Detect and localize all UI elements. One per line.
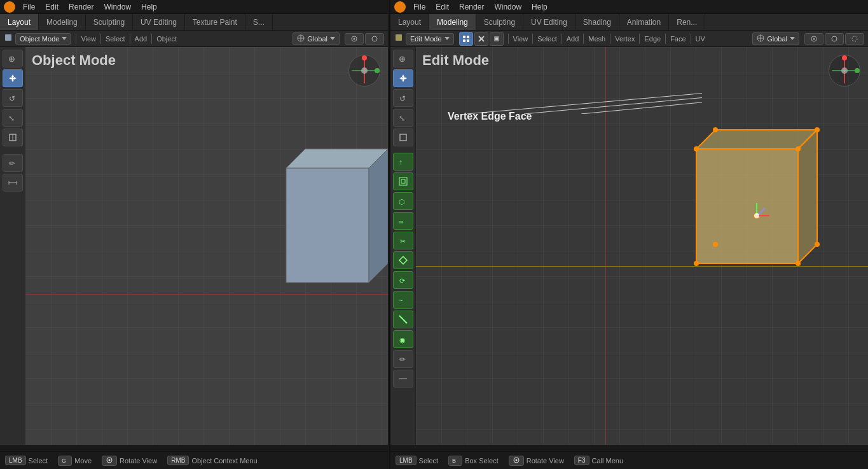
menu-edit-left[interactable]: Edit [43,1,61,13]
menu-window-right[interactable]: Window [492,1,524,13]
scale-tool-right[interactable]: ⤡ [393,109,413,127]
menu-window-left[interactable]: Window [101,1,134,13]
measure-tool-right[interactable] [393,370,413,388]
poly-build-tool-right[interactable] [393,251,413,269]
vertex-select-btn[interactable] [459,32,473,46]
status-rotate-label-right: Rotate View [527,457,564,465]
toolbar-view-left[interactable]: View [81,35,96,43]
toolbar-sep-2 [100,34,101,44]
measure-tool-left[interactable] [3,174,23,192]
tab-layout-right[interactable]: Layout [390,14,429,30]
menu-render-right[interactable]: Render [457,1,486,13]
toolbar-uv-right[interactable]: UV [696,35,705,43]
svg-point-47 [361,67,368,74]
shrink-fatten-tool-right[interactable]: ◉ [393,330,413,348]
move-tool-left[interactable] [3,69,23,87]
inset-tool-right[interactable] [393,172,413,190]
transform-tool-left[interactable] [3,129,23,146]
menu-file-right[interactable]: File [411,1,428,13]
mode-select-right[interactable]: Edit Mode [406,33,454,45]
move-tool-right[interactable] [393,69,413,87]
svg-point-78 [796,146,801,151]
cursor-tool-right[interactable]: ⊕ [393,50,413,67]
tab-uv-editing-right[interactable]: UV Editing [523,14,575,30]
toolbar-edge-right[interactable]: Edge [644,35,661,43]
rotate-tool-right[interactable]: ↺ [393,89,413,107]
menu-help-left[interactable]: Help [139,1,160,13]
snap-btn-left[interactable] [345,33,364,45]
xray-btn-right[interactable] [845,33,864,45]
svg-rect-12 [463,39,465,42]
cursor-tool-left[interactable]: ⊕ [3,50,23,67]
svg-rect-10 [463,36,465,38]
toolbar-select-right[interactable]: Select [537,35,557,43]
svg-point-7 [354,38,355,39]
annotate-tool-right[interactable]: ✏ [393,350,413,368]
mode-select-left[interactable]: Object Mode [15,33,71,45]
nav-gizmo-right[interactable] [829,55,860,87]
toolbar-object-left[interactable]: Object [156,35,177,43]
svg-point-79 [694,261,699,266]
viewport-left[interactable]: ⊕ ↺ ⤡ ✏ Object [0,47,388,445]
menu-file-left[interactable]: File [20,1,38,13]
transform-select-right[interactable]: Global [752,32,799,45]
smooth-tool-right[interactable]: ~ [393,291,413,309]
cube-object-mode [273,130,369,257]
edge-slide-tool-right[interactable] [393,311,413,328]
toolbar-select-left[interactable]: Select [106,35,125,43]
nav-gizmo-left[interactable] [348,55,380,87]
toolbar-add-right[interactable]: Add [567,35,579,43]
tab-uv-editing-left[interactable]: UV Editing [133,14,185,30]
spin-tool-right[interactable]: ⟳ [393,271,413,289]
transform-select-left[interactable]: Global [293,32,340,45]
annotate-tool-left[interactable]: ✏ [3,154,23,172]
tab-modeling-left[interactable]: Modeling [39,14,86,30]
svg-text:G: G [62,458,66,463]
svg-point-84 [815,242,820,247]
tab-more-left[interactable]: S... [245,14,273,30]
svg-marker-75 [696,130,817,149]
svg-text:✏: ✏ [9,159,15,168]
mode-dropdown-icon-right [444,37,450,40]
extrude-tool-right[interactable]: ↑ [393,153,413,171]
svg-rect-60 [401,179,405,183]
blender-logo-right [394,1,406,13]
transform-tool-right[interactable] [393,129,413,146]
loop-cut-tool-right[interactable]: ∞ [393,212,413,230]
svg-point-1 [397,4,403,10]
tab-layout-left[interactable]: Layout [0,14,39,30]
menu-help-right[interactable]: Help [529,1,550,13]
proportional-btn-left[interactable] [365,33,384,45]
face-select-btn[interactable] [490,32,504,46]
toolbar-vertex-right[interactable]: Vertex [615,35,635,43]
menu-render-left[interactable]: Render [66,1,96,13]
toolbar-add-left[interactable]: Add [135,35,148,43]
viewport-right[interactable]: ⊕ ↺ ⤡ ↑ ⬡ [390,47,868,445]
tab-sculpting-right[interactable]: Sculpting [476,14,523,30]
toolbar-sep-right-3 [561,34,562,44]
tab-sculpting-left[interactable]: Sculpting [86,14,133,30]
toolbar-mesh-right[interactable]: Mesh [588,35,605,43]
tab-more-right[interactable]: Ren... [669,14,705,30]
rotate-tool-left[interactable]: ↺ [3,89,23,107]
tab-texture-paint-left[interactable]: Texture Paint [185,14,245,30]
scale-tool-left[interactable]: ⤡ [3,109,23,127]
tab-shading-right[interactable]: Shading [575,14,619,30]
snap-btn-right[interactable] [804,33,823,45]
svg-text:⤡: ⤡ [8,114,15,123]
status-call-menu-label-right: Call Menu [592,457,624,465]
tab-animation-right[interactable]: Animation [619,14,669,30]
toolbar-view-right[interactable]: View [513,35,528,43]
menu-edit-right[interactable]: Edit [433,1,451,13]
status-bar-left: LMB Select G Move Rotate View RMB Object… [0,451,388,469]
bevel-tool-right[interactable]: ⬡ [393,192,413,210]
mode-dropdown-icon-left [62,37,67,40]
proportional-btn-right[interactable] [825,33,844,45]
svg-point-45 [362,55,367,60]
edge-select-btn[interactable] [474,32,488,46]
knife-tool-right[interactable]: ✂ [393,232,413,249]
top-bar-left: File Edit Render Window Help [0,0,388,14]
svg-point-46 [375,68,380,73]
tab-modeling-right[interactable]: Modeling [429,14,476,30]
toolbar-face-right[interactable]: Face [670,35,685,43]
